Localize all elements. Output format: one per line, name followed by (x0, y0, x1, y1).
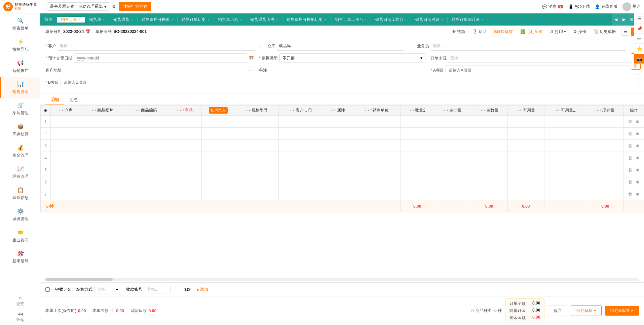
delete-row-btn[interactable]: 🗑 (627, 155, 633, 161)
cell-goods[interactable] (168, 116, 201, 128)
tab-close-9[interactable]: × (365, 18, 367, 22)
save-new-btn[interactable]: 保存&新增 ∨ (605, 306, 639, 316)
tab-close-10[interactable]: × (405, 18, 407, 22)
cell-spec[interactable] (235, 140, 278, 152)
cell-attribute[interactable] (323, 176, 353, 188)
add-payment-btn[interactable]: ● 添加 (196, 287, 208, 292)
copy-row-btn[interactable]: ⊕ (635, 143, 641, 149)
cell-stock[interactable] (587, 152, 623, 164)
cell-warehouse[interactable] (51, 152, 80, 164)
cell-spec[interactable] (235, 176, 278, 188)
sidebar-item-enterprise[interactable]: 🤝企业协同 (0, 225, 40, 246)
panel-icon-2[interactable]: 📌 (634, 24, 644, 34)
th-available[interactable]: ▲▼ 可用量 (507, 106, 544, 116)
tab-close-4[interactable]: × (172, 18, 174, 22)
th-qty2[interactable]: ▲▼ 数量2 (401, 106, 434, 116)
cell-unit[interactable] (353, 140, 401, 152)
cell-image[interactable] (80, 164, 124, 176)
cell-code[interactable] (124, 164, 168, 176)
tab-summary[interactable]: 汇总 (64, 95, 83, 105)
cell-code[interactable] (124, 176, 168, 188)
cell-qty2[interactable] (401, 140, 434, 152)
th-image[interactable]: ▲▼ 商品图片 (80, 106, 124, 116)
cell-customer-ref[interactable] (278, 140, 323, 152)
staff-input[interactable]: 选择... (431, 41, 626, 51)
tab-12[interactable]: 销售订单统计表× (448, 17, 488, 23)
panel-icon-5[interactable]: 📷 (634, 54, 644, 64)
cell-warehouse[interactable] (51, 164, 80, 176)
sidebar-settings[interactable]: ⚙ 设置 (0, 293, 40, 309)
cell-unit[interactable] (353, 128, 401, 140)
tab-close-11[interactable]: × (441, 18, 443, 22)
tab-9[interactable]: 销售订单工作台× (331, 17, 371, 23)
copy-row-btn[interactable]: ⊕ (635, 155, 641, 161)
th-available2[interactable]: ▲▼ 可用量... (544, 106, 587, 116)
cell-code[interactable] (124, 128, 168, 140)
cell-warehouse[interactable] (51, 116, 80, 128)
cell-stock[interactable] (587, 164, 623, 176)
cell-customer-ref[interactable] (278, 176, 323, 188)
tab-close-2[interactable]: × (103, 18, 105, 22)
delete-row-btn[interactable]: 🗑 (627, 143, 633, 149)
cell-main-unit[interactable] (434, 128, 471, 140)
th-main-unit[interactable]: ▲▼ 主计量 (434, 106, 471, 116)
cell-main-qty[interactable] (471, 188, 507, 200)
copy-row-btn[interactable]: ⊕ (635, 191, 641, 197)
delete-row-btn[interactable]: 🗑 (627, 119, 633, 125)
cell-spec[interactable] (235, 164, 278, 176)
scan-input-btn[interactable]: 扫码录入 (209, 107, 228, 114)
cell-available[interactable] (507, 140, 544, 152)
tab-2[interactable]: 销货单× (85, 17, 109, 23)
cell-attribute[interactable] (323, 188, 353, 200)
tab-close-5[interactable]: × (207, 18, 210, 22)
account-select[interactable]: 选择... (144, 286, 171, 293)
delete-row-btn[interactable]: 🗑 (627, 167, 633, 173)
panel-icon-4[interactable]: ⭐ (634, 44, 644, 54)
tab-5[interactable]: 销售订单历史× (178, 17, 214, 23)
cell-image[interactable] (80, 116, 124, 128)
tab-10[interactable]: 钱货日清工作台× (371, 17, 412, 23)
cell-code[interactable] (124, 188, 168, 200)
sidebar-item-purchase[interactable]: 🛒采购管理 (0, 98, 40, 119)
copy-row-btn[interactable]: ⊕ (635, 179, 641, 185)
date-picker-icon[interactable]: 📅 (249, 56, 254, 60)
sidebar-item-sales[interactable]: 📊销售管理 (0, 77, 40, 98)
sidebar-item-finance[interactable]: 💰资金管理 (0, 140, 40, 162)
cell-code[interactable] (124, 152, 168, 164)
order-source-input[interactable]: 选择... (448, 53, 631, 63)
cell-scan[interactable] (201, 188, 235, 200)
tab-3[interactable]: 销货退货× (109, 17, 138, 23)
a-project-input[interactable] (446, 66, 639, 75)
cell-available[interactable] (507, 164, 544, 176)
sidebar-item-inventory[interactable]: 📦库存核算 (0, 119, 40, 140)
cell-main-unit[interactable] (434, 152, 471, 164)
sidebar-item-marketing[interactable]: 📢营销推广 (0, 56, 40, 77)
cell-available[interactable] (507, 188, 544, 200)
cell-customer-ref[interactable] (278, 116, 323, 128)
cell-warehouse[interactable] (51, 140, 80, 152)
cell-unit[interactable] (353, 188, 401, 200)
scroll-thumb[interactable] (45, 278, 113, 281)
cell-image[interactable] (80, 176, 124, 188)
th-spec[interactable]: ▲▼ 规格型号 (235, 106, 278, 116)
customer-input[interactable]: 选择... (58, 41, 255, 51)
copy-row-btn[interactable]: ⊕ (635, 119, 641, 125)
sidebar-item-search[interactable]: 🔍搜索菜单 (0, 13, 40, 35)
cell-scan[interactable] (201, 128, 235, 140)
cell-unit[interactable] (353, 164, 401, 176)
user-btn[interactable]: 用户 (622, 2, 641, 11)
th-warehouse[interactable]: ▲▼ 仓库 (51, 106, 80, 116)
cell-goods[interactable] (168, 152, 201, 164)
cell-available[interactable] (507, 152, 544, 164)
cell-available2[interactable] (544, 128, 587, 140)
cell-unit[interactable] (353, 176, 401, 188)
cell-main-unit[interactable] (434, 176, 471, 188)
cell-warehouse[interactable] (51, 128, 80, 140)
cell-scan[interactable] (201, 176, 235, 188)
online-service-btn[interactable]: 👤 在线客服 (595, 4, 617, 9)
cell-main-qty[interactable] (471, 140, 507, 152)
cell-available[interactable] (507, 176, 544, 188)
cell-scan[interactable] (201, 116, 235, 128)
cell-main-unit[interactable] (434, 188, 471, 200)
th-main-qty[interactable]: ▲▼ 主数量 (471, 106, 507, 116)
